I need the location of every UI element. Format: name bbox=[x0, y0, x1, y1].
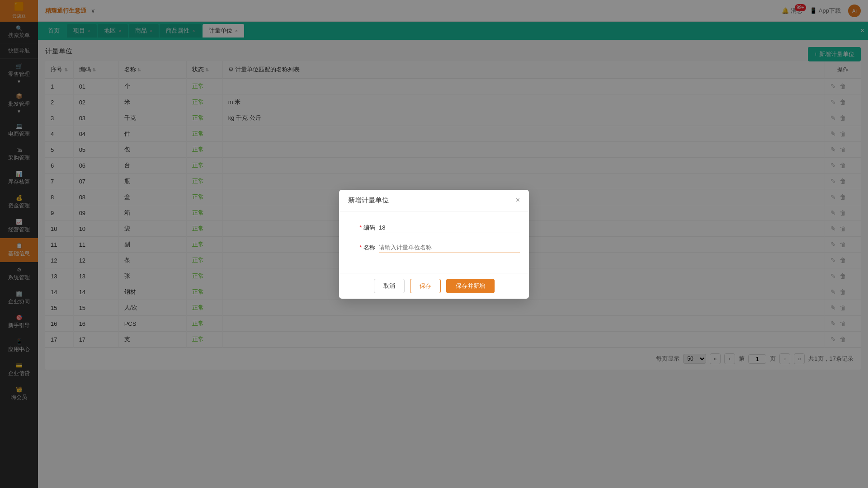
modal-footer: 取消 保存 保存并新增 bbox=[339, 273, 529, 299]
modal-overlay: 新增计量单位 × * 编码 * 名称 取消 保存 保存并新增 bbox=[0, 0, 868, 488]
name-label: * 名称 bbox=[348, 244, 375, 252]
form-row-name: * 名称 bbox=[348, 242, 520, 253]
new-unit-modal: 新增计量单位 × * 编码 * 名称 取消 保存 保存并新增 bbox=[339, 190, 529, 299]
modal-header: 新增计量单位 × bbox=[339, 190, 529, 211]
name-input[interactable] bbox=[379, 242, 520, 253]
code-input[interactable] bbox=[379, 222, 520, 233]
code-label: * 编码 bbox=[348, 224, 375, 232]
save-and-new-button[interactable]: 保存并新增 bbox=[446, 279, 495, 293]
required-star: * bbox=[359, 244, 362, 251]
required-star: * bbox=[359, 224, 362, 231]
form-row-code: * 编码 bbox=[348, 222, 520, 233]
modal-close-button[interactable]: × bbox=[516, 196, 520, 204]
save-button[interactable]: 保存 bbox=[410, 279, 441, 293]
cancel-button[interactable]: 取消 bbox=[374, 279, 405, 293]
modal-title: 新增计量单位 bbox=[348, 196, 389, 205]
modal-body: * 编码 * 名称 bbox=[339, 211, 529, 273]
